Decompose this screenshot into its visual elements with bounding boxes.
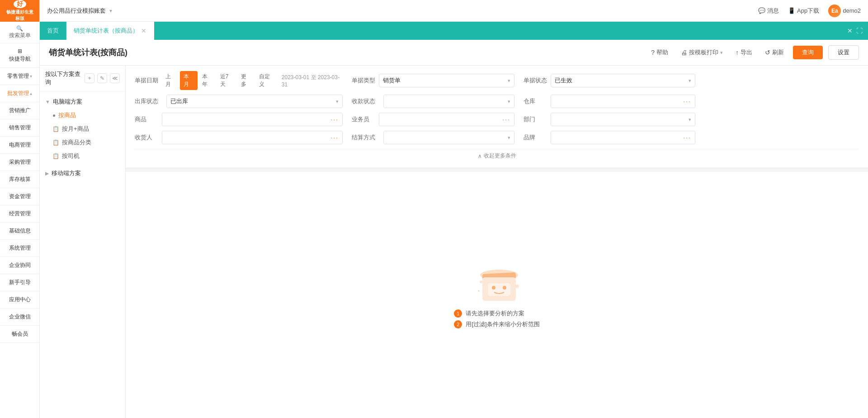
export-button[interactable]: ↑ 导出	[732, 47, 756, 58]
warehouse-control[interactable]: ···	[551, 95, 695, 108]
product-control[interactable]: ···	[162, 113, 343, 126]
refresh-label: 刷新	[772, 48, 784, 57]
minimize-icon[interactable]: ✕	[847, 27, 853, 34]
sidebar-item-enterprise-collab[interactable]: 企业协同	[0, 257, 39, 274]
svg-point-5	[503, 286, 506, 290]
doc-status-control[interactable]: 已生效 ▾	[551, 74, 695, 87]
help-icon: ?	[651, 49, 655, 56]
collapse-bar[interactable]: ∧ 收起更多条件	[135, 149, 859, 162]
sidebar-item-purchase[interactable]: 采购管理	[0, 154, 39, 171]
recipient-field: 收货人 ···	[135, 131, 343, 144]
sidebar-item-finance[interactable]: 资金管理	[0, 188, 39, 205]
by-category-icon: 📋	[52, 139, 59, 146]
message-label: 消息	[767, 7, 779, 15]
maximize-icon[interactable]: ⛶	[856, 27, 863, 34]
sidebar-search[interactable]: 🔍 搜索菜单	[0, 22, 39, 43]
filter-form: 单据日期 上月 本月 本年	[126, 66, 868, 168]
doc-status-label: 单据状态	[524, 76, 551, 85]
sidebar-item-enterprise-wechat[interactable]: 企业微信	[0, 309, 39, 326]
tree-item-by-product[interactable]: ● 按商品	[40, 109, 125, 122]
refresh-icon: ↺	[765, 49, 770, 56]
settings-button[interactable]: 设置	[828, 45, 859, 60]
edit-scheme-button[interactable]: ✎	[97, 73, 107, 83]
payment-status-arrow: ▾	[508, 99, 510, 104]
logo-icon: 好	[14, 0, 26, 8]
sidebar-item-basic[interactable]: 基础信息	[0, 223, 39, 240]
tree-group-pc-header[interactable]: ▼ 电脑端方案	[40, 95, 125, 109]
sidebar-item-wholesale[interactable]: 批发管理 ▴	[0, 85, 39, 102]
salesperson-control[interactable]: ···	[379, 113, 514, 126]
sidebar-item-app-center[interactable]: 应用中心	[0, 291, 39, 309]
sidebar-item-member[interactable]: 畅会员	[0, 326, 39, 343]
by-cashier-icon: 📋	[52, 153, 59, 159]
department-control[interactable]: ▾	[551, 113, 695, 126]
sidebar-item-sales[interactable]: 销售管理	[0, 119, 39, 137]
sidebar-item-operation[interactable]: 经营管理	[0, 205, 39, 223]
sidebar-item-quick-nav[interactable]: ⊞ 快捷导航	[0, 43, 39, 68]
doc-type-control[interactable]: 销货单 ▾	[379, 74, 514, 87]
sidebar-item-marketing[interactable]: 营销推广	[0, 102, 39, 119]
query-button[interactable]: 查询	[793, 46, 823, 59]
help-button[interactable]: ? 帮助	[647, 47, 672, 58]
tree-group-mobile-header[interactable]: ▶ 移动端方案	[40, 166, 125, 180]
warehouse-status-arrow: ▾	[336, 99, 339, 104]
payment-status-control[interactable]: ▾	[383, 95, 514, 108]
empty-svg	[474, 261, 524, 304]
tab-home[interactable]: 首页	[40, 22, 66, 40]
tree-item-by-category[interactable]: 📋 按商品分类	[40, 136, 125, 149]
filter-panel-header: 按以下方案查询 + ✎ ≪	[40, 66, 125, 91]
print-button[interactable]: 🖨 按模板打印 ▾	[677, 47, 726, 58]
settlement-control[interactable]: ▾	[383, 131, 514, 144]
tree-item-by-cashier[interactable]: 📋 按司机	[40, 149, 125, 163]
sidebar-item-system[interactable]: 系统管理	[0, 240, 39, 257]
sidebar-item-retail[interactable]: 零售管理 ▾	[0, 68, 39, 85]
filter-row-4: 收货人 ··· 结算方式 ▾	[135, 131, 859, 144]
tab-home-label: 首页	[47, 27, 59, 35]
query-area: 单据日期 上月 本月 本年	[126, 66, 868, 418]
settlement-field: 结算方式 ▾	[352, 131, 514, 144]
date-pill-this-year[interactable]: 本年	[198, 71, 216, 90]
warehouse-field: 仓库 ···	[524, 95, 695, 108]
tree-group-pc: ▼ 电脑端方案 ● 按商品 📋 按月+商品 📋	[40, 93, 125, 165]
system-label: 系统管理	[9, 244, 31, 252]
recipient-control[interactable]: ···	[162, 131, 343, 144]
date-pill-more[interactable]: 更多	[237, 71, 255, 90]
brand-control[interactable]: ···	[551, 131, 695, 144]
sidebar-item-inventory[interactable]: 库存核算	[0, 171, 39, 188]
date-pill-this-month[interactable]: 本月	[180, 71, 197, 90]
page-title: 销货单统计表(按商品)	[49, 47, 127, 58]
pc-group-toggle: ▼	[45, 99, 50, 104]
date-pill-last-month[interactable]: 上月	[162, 71, 179, 90]
filter-row-1: 单据日期 上月 本月 本年	[135, 71, 859, 90]
app-download-button[interactable]: 📱 App下载	[788, 7, 819, 15]
message-button[interactable]: 💬 消息	[758, 7, 779, 15]
topbar: 办公用品行业模拟账套 ▾ 💬 消息 📱 App下载 Ea demo2	[40, 0, 868, 22]
topbar-dropdown-arrow[interactable]: ▾	[109, 8, 112, 14]
inventory-label: 库存核算	[9, 176, 31, 183]
ecommerce-label: 电商管理	[9, 141, 31, 149]
tab-sales-stat[interactable]: 销货单统计表（按商品） ✕	[66, 22, 154, 40]
filter-panel-icons: + ✎ ≪	[85, 73, 120, 83]
recipient-dots: ···	[330, 134, 339, 141]
add-scheme-button[interactable]: +	[85, 73, 94, 83]
mobile-group-label: 移动端方案	[52, 169, 81, 177]
payment-status-field: 收款状态 ▾	[352, 95, 514, 108]
warehouse-status-control[interactable]: 已出库 ▾	[166, 95, 343, 108]
retail-arrow: ▾	[30, 74, 32, 79]
date-pill-7days[interactable]: 近7天	[217, 71, 236, 90]
collapse-panel-button[interactable]: ≪	[110, 73, 120, 83]
logo-area[interactable]: 好 畅捷通好生意 标版	[0, 0, 39, 22]
tree-item-by-month-product[interactable]: 📋 按月+商品	[40, 122, 125, 136]
print-arrow: ▾	[720, 50, 723, 56]
refresh-button[interactable]: ↺ 刷新	[761, 47, 788, 58]
sidebar-item-ecommerce[interactable]: 电商管理	[0, 137, 39, 154]
tab-close-icon[interactable]: ✕	[141, 28, 146, 34]
department-arrow: ▾	[689, 117, 691, 123]
sidebar-item-newbie[interactable]: 新手引导	[0, 274, 39, 291]
basic-label: 基础信息	[9, 227, 31, 235]
user-menu[interactable]: Ea demo2	[828, 5, 861, 17]
date-pills: 上月 本月 本年 近7天	[162, 71, 278, 90]
page-header: 销货单统计表(按商品) ? 帮助 🖨 按模板打印 ▾ ↑ 导出 ↺ 刷新	[40, 40, 868, 66]
date-pill-custom[interactable]: 自定义	[255, 71, 278, 90]
app-center-label: 应用中心	[9, 296, 31, 304]
